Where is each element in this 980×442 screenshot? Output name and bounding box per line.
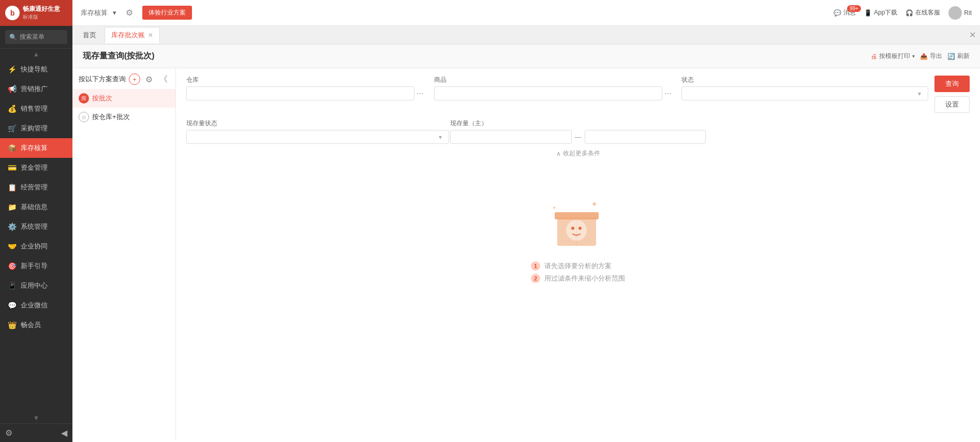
sidebar-item-basic-info[interactable]: 📁 基础信息 (0, 197, 72, 217)
basic-info-icon: 📁 (7, 202, 17, 212)
refresh-button[interactable]: 🔄 刷新 (947, 52, 970, 61)
step-2-number: 2 (531, 274, 540, 283)
add-scheme-button[interactable]: + (129, 73, 140, 85)
close-panel-button[interactable]: ✕ (969, 30, 976, 40)
inventory-qty-start-input[interactable] (450, 130, 572, 144)
filter-action-buttons: 查询 设置 (934, 76, 970, 113)
scheme-label: 按仓库+批次 (92, 112, 130, 122)
collapse-left-button[interactable]: 《 (158, 73, 169, 85)
warehouse-filter-label: 仓库 (186, 76, 426, 84)
sidebar-item-sales[interactable]: 💰 销售管理 (0, 99, 72, 119)
online-service-label: 在线客服 (915, 8, 940, 17)
message-icon: 💬 (834, 9, 841, 17)
operations-icon: 📋 (7, 183, 17, 192)
username-label: Rit (964, 9, 972, 17)
inventory-status-filter-group: 现存量状态 有库存 无库存 全部 ▾ (186, 119, 442, 144)
sidebar-item-guide[interactable]: 🎯 新手引导 (0, 256, 72, 276)
sidebar-item-app-center[interactable]: 📱 应用中心 (0, 276, 72, 296)
sidebar-item-label: 销售管理 (21, 104, 48, 113)
sidebar-item-label: 资金管理 (21, 163, 48, 172)
collapse-label: 收起更多条件 (563, 149, 600, 158)
breadcrumb-dropdown-button[interactable]: ▾ (113, 9, 116, 17)
home-tab-label: 首页 (83, 31, 96, 40)
sidebar-item-marketing[interactable]: 📢 营销推广 (0, 79, 72, 99)
status-filter-select[interactable]: 正常 停用 (681, 86, 928, 100)
step-2-text: 用过滤条件来缩小分析范围 (544, 274, 625, 283)
page-body: 按以下方案查询 + ⚙ 《 按 按批次 ⊙ 按仓库+批次 (72, 68, 980, 440)
print-button[interactable]: 🖨 按模板打印 ▾ (871, 52, 915, 61)
scheme-item-by-batch[interactable]: 按 按批次 (72, 89, 175, 108)
scheme-settings-button[interactable]: ⚙ (143, 73, 155, 85)
breadcrumb-text: 库存核算 (81, 8, 108, 18)
system-icon: ⚙️ (7, 222, 17, 231)
range-dash: — (575, 133, 582, 141)
print-icon: 🖨 (871, 53, 877, 60)
export-icon: 📤 (920, 53, 928, 60)
goods-filter-input[interactable] (434, 86, 662, 100)
inventory-status-select[interactable]: 有库存 无库存 全部 (186, 130, 449, 144)
sidebar-item-label: 系统管理 (21, 222, 48, 231)
scheme-item-by-warehouse-batch[interactable]: ⊙ 按仓库+批次 (72, 108, 175, 126)
app-download-icon: 📱 (864, 9, 872, 17)
app-center-icon: 📱 (7, 281, 17, 290)
svg-point-4 (578, 227, 582, 230)
avatar (948, 6, 962, 20)
sidebar-item-inventory[interactable]: 📦 库存核算 (0, 138, 72, 158)
inventory-qty-end-input[interactable] (585, 130, 706, 144)
sidebar-item-enterprise[interactable]: 🤝 企业协同 (0, 237, 72, 256)
sidebar-item-quick-nav[interactable]: ⚡ 快捷导航 (0, 60, 72, 79)
export-button[interactable]: 📤 导出 (920, 52, 942, 61)
tab-close-button[interactable]: ✕ (148, 32, 153, 38)
goods-more-button[interactable]: ··· (662, 89, 673, 98)
sidebar-item-label: 畅会员 (21, 320, 41, 330)
sidebar-item-operations[interactable]: 📋 经营管理 (0, 178, 72, 197)
empty-step-2: 2 用过滤条件来缩小分析范围 (531, 274, 625, 283)
tab-bar: 首页 库存批次账 ✕ ✕ (72, 26, 980, 45)
inventory-batch-tab-label: 库存批次账 (111, 31, 145, 40)
member-icon: 👑 (7, 320, 17, 330)
topbar-settings-button[interactable]: ⚙ (122, 5, 137, 21)
marketing-icon: 📢 (7, 84, 17, 94)
message-button[interactable]: 💬 消息 99+ (834, 8, 856, 17)
sidebar-item-label: 应用中心 (21, 281, 48, 290)
online-service-button[interactable]: 🎧 在线客服 (905, 8, 940, 17)
refresh-icon: 🔄 (947, 53, 955, 60)
sidebar-scroll-up[interactable]: ▲ (0, 49, 72, 60)
sales-icon: 💰 (7, 104, 17, 113)
warehouse-more-button[interactable]: ··· (414, 89, 425, 98)
experience-btn[interactable]: 体验行业方案 (142, 6, 192, 20)
app-download-button[interactable]: 📱 App下载 (864, 8, 897, 17)
sidebar-item-finance[interactable]: 💳 资金管理 (0, 158, 72, 178)
sidebar-scroll-down[interactable]: ▼ (0, 412, 72, 423)
sidebar-settings-button[interactable]: ⚙ (5, 428, 12, 438)
sidebar-item-label: 营销推广 (21, 84, 48, 94)
app-name: 畅康通好生意 (23, 5, 60, 13)
filter-collapse-button[interactable]: ∧ 收起更多条件 (556, 149, 600, 158)
sidebar-item-label: 经营管理 (21, 183, 48, 192)
scheme-secondary-icon: ⊙ (79, 112, 89, 122)
sidebar-item-purchase[interactable]: 🛒 采购管理 (0, 119, 72, 138)
app-version: 标准版 (23, 13, 60, 21)
warehouse-filter-input[interactable] (186, 86, 414, 100)
svg-text:✦: ✦ (591, 200, 598, 209)
sidebar: b 畅康通好生意 标准版 🔍 搜索菜单 ▲ ⚡ 快捷导航 📢 营销推广 💰 销售… (0, 0, 72, 442)
filter-settings-button[interactable]: 设置 (934, 96, 970, 113)
app-title-block: 畅康通好生意 标准版 (23, 5, 60, 21)
tab-home[interactable]: 首页 (77, 27, 102, 43)
status-filter-group: 状态 正常 停用 ▾ (681, 76, 921, 100)
sidebar-collapse-button[interactable]: ◀ (61, 428, 67, 438)
sidebar-item-enterprise-wechat[interactable]: 💬 企业微信 (0, 296, 72, 315)
inventory-icon: 📦 (7, 143, 17, 153)
app-logo: b (5, 6, 20, 20)
tab-inventory-batch[interactable]: 库存批次账 ✕ (105, 27, 160, 43)
query-button[interactable]: 查询 (934, 76, 970, 92)
sidebar-item-member[interactable]: 👑 畅会员 (0, 315, 72, 335)
sidebar-item-system[interactable]: ⚙️ 系统管理 (0, 217, 72, 237)
scheme-panel-title: 按以下方案查询 (79, 75, 126, 84)
right-filter-panel: 仓库 ··· 商品 ··· 状态 (176, 68, 980, 440)
sidebar-item-label: 企业协同 (21, 242, 48, 251)
user-avatar-button[interactable]: Rit (948, 6, 972, 20)
sidebar-nav: ⚡ 快捷导航 📢 营销推广 💰 销售管理 🛒 采购管理 📦 库存核算 💳 资金管… (0, 60, 72, 412)
goods-filter-group: 商品 ··· (434, 76, 674, 100)
search-menu-button[interactable]: 🔍 搜索菜单 (5, 30, 67, 44)
